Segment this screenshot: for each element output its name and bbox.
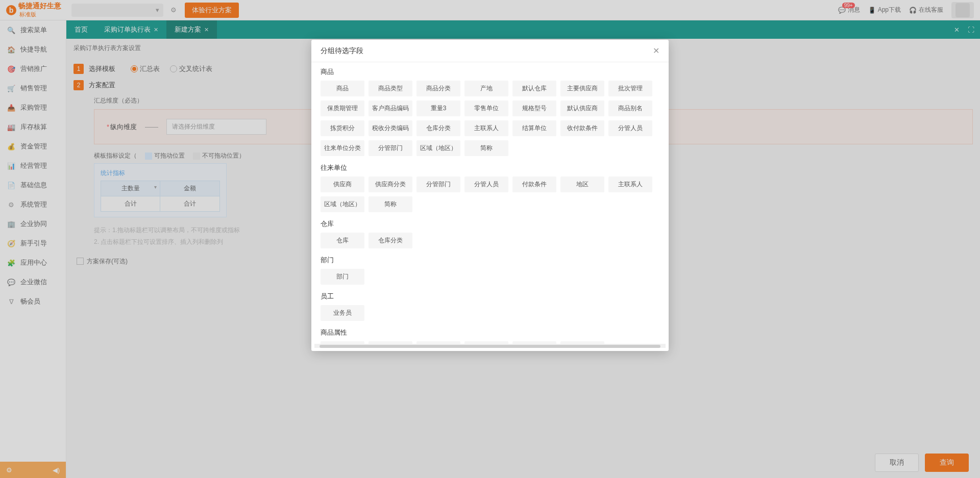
field-group-title: 仓库 [321,219,659,229]
field-chip[interactable]: 部门 [321,269,364,285]
field-group: 部门部门 [321,256,659,285]
field-chip[interactable]: 默认仓库 [512,81,556,96]
field-group-title: 部门 [321,256,659,265]
close-icon[interactable]: ✕ [653,46,659,56]
field-group: 商品商品商品类型商品分类产地默认仓库主要供应商批次管理保质期管理客户商品编码重量… [321,67,659,156]
field-chip[interactable]: 主联系人 [464,120,508,136]
field-chip[interactable]: 收付款条件 [560,120,604,136]
field-chip[interactable]: 商品 [321,81,364,96]
field-group: 往来单位供应商供应商分类分管部门分管人员付款条件地区主联系人区域（地区）简称 [321,163,659,212]
field-chip[interactable]: 主要供应商 [560,81,604,96]
field-chip[interactable]: 业务员 [321,305,364,321]
field-chip[interactable]: 供应商 [321,177,364,192]
field-chip[interactable]: 分管人员 [464,177,508,192]
field-chip[interactable]: 结算单位 [512,120,556,136]
field-chip[interactable]: 简称 [369,196,412,212]
field-chip[interactable]: 仓库 [321,233,364,248]
field-chip[interactable]: 零售单位 [464,100,508,116]
modal-title: 分组待选字段 [321,46,363,56]
field-chip[interactable]: 区域（地区） [321,196,364,212]
field-chip[interactable]: 重量3 [416,100,460,116]
field-group-title: 商品 [321,67,659,77]
field-chip[interactable]: 主联系人 [608,177,652,192]
field-chip[interactable]: 税收分类编码 [369,120,412,136]
field-chip[interactable]: 分管部门 [369,140,412,156]
field-chip[interactable]: 拣货积分 [321,120,364,136]
field-group: 仓库仓库仓库分类 [321,219,659,248]
field-chip[interactable]: 简称 [464,140,508,156]
field-chip[interactable]: 批次管理 [608,81,652,96]
field-group-title: 员工 [321,292,659,301]
field-chip[interactable]: 默认供应商 [560,100,604,116]
field-chip[interactable]: 付款条件 [512,177,556,192]
field-chip[interactable]: 往来单位分类 [321,140,364,156]
field-picker-modal: 分组待选字段 ✕ 商品商品商品类型商品分类产地默认仓库主要供应商批次管理保质期管… [311,40,669,351]
field-chip[interactable]: 规格型号 [512,100,556,116]
field-group: 商品属性属性颜色多规格尺码鞋码1 [321,328,659,344]
field-group: 员工业务员 [321,292,659,321]
field-chip[interactable]: 商品别名 [608,100,652,116]
field-chip[interactable]: 仓库分类 [416,120,460,136]
field-chip[interactable]: 地区 [560,177,604,192]
field-group-title: 往来单位 [321,163,659,172]
field-chip[interactable]: 仓库分类 [369,233,412,248]
modal-horizontal-scrollbar[interactable] [314,344,666,348]
field-chip[interactable]: 商品类型 [369,81,412,96]
field-chip[interactable]: 产地 [464,81,508,96]
field-chip[interactable]: 供应商分类 [369,177,412,192]
field-chip[interactable]: 保质期管理 [321,100,364,116]
field-chip[interactable]: 分管部门 [416,177,460,192]
field-chip[interactable]: 区域（地区） [416,140,460,156]
field-group-title: 商品属性 [321,328,659,337]
field-chip[interactable]: 分管人员 [608,120,652,136]
field-chip[interactable]: 商品分类 [416,81,460,96]
field-chip[interactable]: 客户商品编码 [369,100,412,116]
modal-overlay: 分组待选字段 ✕ 商品商品商品类型商品分类产地默认仓库主要供应商批次管理保质期管… [0,0,980,478]
